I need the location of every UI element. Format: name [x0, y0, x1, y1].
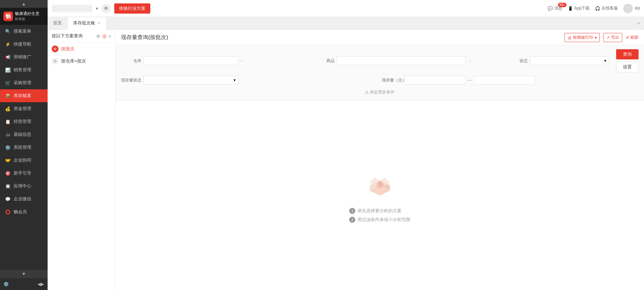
user-avatar — [623, 4, 633, 13]
settings-footer-icon[interactable]: ⚙️ — [3, 282, 9, 287]
collapse-panel-btn[interactable]: « — [108, 33, 111, 39]
printer-icon: 🖨 — [567, 35, 572, 40]
tabs-close-all[interactable]: × — [633, 21, 644, 26]
user-name: Rit — [635, 6, 640, 11]
topbar-right: 💬 消息 99+ 📱 App下载 🎧 在线客服 Rit — [548, 4, 640, 13]
tip-2-num: 2 — [349, 217, 355, 223]
sidebar-item-quick-nav-label: 快捷导航 — [14, 41, 31, 47]
tab-batch-close[interactable]: × — [97, 21, 101, 25]
stock-qty-label: 现存量（主） — [382, 77, 402, 83]
user-profile-btn[interactable]: Rit — [623, 4, 640, 13]
sidebar-item-quick-nav[interactable]: ⚡ 快捷导航 — [0, 38, 48, 51]
message-icon: 💬 — [548, 6, 553, 11]
refresh-btn[interactable]: ↺ 刷新 — [626, 35, 639, 40]
sidebar-item-search-label: 搜索菜单 — [14, 28, 31, 34]
sidebar-scroll-up[interactable]: ▲ — [0, 0, 48, 8]
sidebar-item-apps[interactable]: 🔲 应用中心 — [0, 180, 48, 193]
app-subtitle: 标准版 — [15, 17, 39, 21]
sidebar-item-guide[interactable]: 🎯 新手引导 — [0, 167, 48, 180]
sales-icon: 📊 — [5, 67, 11, 73]
scheme-item-by-warehouse-batch[interactable]: ⚙ 按仓库+批次 — [48, 55, 115, 67]
sidebar-item-apps-label: 应用中心 — [14, 183, 31, 189]
left-panel-actions: ⊕ ◎ « — [96, 33, 111, 39]
filter-group-stock-qty: 现存量（主） — — [382, 76, 639, 85]
sidebar-item-inventory[interactable]: 📦 库存核算 — [0, 89, 48, 102]
status-filter-select[interactable]: ▾ — [530, 56, 609, 65]
industry-solution-btn[interactable]: 体验行业方案 — [114, 3, 150, 14]
stock-qty-from-input[interactable] — [404, 76, 465, 85]
messages-badge: 99+ — [558, 3, 566, 7]
empty-state: ? 1 请先选择要分析的方案 2 用过滤条件来缩小分析范围 — [116, 101, 644, 290]
sidebar-item-wechat[interactable]: 💬 企业微信 — [0, 193, 48, 205]
print-btn[interactable]: 🖨 按模板打印 ▾ — [564, 33, 600, 42]
scheme-dot-active: ⚙ — [52, 46, 58, 52]
filter-area: 仓库 ··· 商品 ··· 状态 — [116, 45, 644, 101]
sidebar-item-sales[interactable]: 📊 销售管理 — [0, 64, 48, 76]
collapse-filter-btn[interactable]: ⋀ 收起更多条件 — [364, 88, 396, 96]
sidebar-item-member[interactable]: ⭕ 畅会员 — [0, 205, 48, 218]
goods-more-btn[interactable]: ··· — [468, 58, 471, 63]
page-header-actions: 🖨 按模板打印 ▾ ↗ 导出 ↺ 刷新 — [564, 33, 639, 42]
scheme-item-by-batch[interactable]: ⚙ 按批次 — [48, 43, 115, 55]
chevron-up-icon: ⋀ — [365, 90, 369, 95]
online-service-btn[interactable]: 🎧 在线客服 — [595, 5, 618, 11]
stock-status-select[interactable]: ▾ — [143, 76, 239, 85]
purchase-icon: 🛒 — [5, 80, 11, 86]
basics-icon: 🗂 — [5, 131, 11, 138]
tab-batch-label: 库存批次账 — [73, 20, 95, 26]
sidebar-scroll-down[interactable]: ▼ — [0, 270, 48, 278]
stock-qty-to-input[interactable] — [474, 76, 535, 85]
warehouse-filter-input[interactable] — [143, 56, 239, 65]
sidebar-item-system[interactable]: ⚙️ 系统管理 — [0, 141, 48, 154]
left-panel-title: 按以下方案查询 — [52, 33, 83, 39]
sidebar-item-basics[interactable]: 🗂 基础信息 — [0, 128, 48, 141]
settings-scheme-btn[interactable]: ◎ — [102, 33, 106, 39]
messages-btn[interactable]: 💬 消息 99+ — [548, 5, 562, 11]
export-btn[interactable]: ↗ 导出 — [603, 33, 622, 42]
sidebar-item-search[interactable]: 🔍 搜索菜单 — [0, 25, 48, 38]
sidebar-item-marketing[interactable]: 📢 营销推广 — [0, 51, 48, 64]
main-content: ▾ ⚙ 体验行业方案 💬 消息 99+ 📱 App下载 🎧 在线客服 Rit — [48, 0, 644, 290]
filter-wrapper: 仓库 ··· 商品 ··· 状态 — [116, 45, 644, 101]
sidebar-item-basics-label: 基础信息 — [14, 131, 31, 138]
sidebar-item-inventory-label: 库存核算 — [14, 93, 31, 99]
goods-filter-input[interactable] — [337, 56, 466, 65]
flash-icon: ⚡ — [5, 41, 11, 47]
collapse-row: ⋀ 收起更多条件 — [121, 88, 639, 96]
sidebar-item-collab[interactable]: 🤝 企业协同 — [0, 154, 48, 167]
status-filter-label: 状态 — [507, 58, 528, 64]
empty-tip-2: 2 用过滤条件来缩小分析范围 — [349, 217, 410, 223]
sidebar-item-guide-label: 新手引导 — [14, 170, 31, 176]
settings-btn[interactable]: 设置 — [616, 61, 639, 72]
topbar-dropdown-icon[interactable]: ▾ — [96, 6, 98, 11]
left-scheme-panel: 按以下方案查询 ⊕ ◎ « ⚙ 按批次 ⚙ 按仓库+批次 — [48, 30, 116, 290]
warehouse-more-btn[interactable]: ··· — [241, 58, 244, 63]
scheme-by-warehouse-batch-label: 按仓库+批次 — [61, 58, 86, 64]
sidebar-item-finance[interactable]: 💰 资金管理 — [0, 102, 48, 115]
tab-batch[interactable]: 库存批次账 × — [68, 17, 107, 30]
headset-icon: 🎧 — [595, 6, 600, 11]
app-title: 畅康通好生意 — [15, 11, 39, 17]
sidebar-item-finance-label: 资金管理 — [14, 106, 31, 112]
filter-action-buttons: 查询 设置 — [616, 49, 639, 72]
query-btn[interactable]: 查询 — [616, 49, 639, 59]
stock-status-label: 现存量状态 — [121, 77, 141, 83]
sidebar-item-purchase[interactable]: 🛒 采购管理 — [0, 76, 48, 89]
add-scheme-btn[interactable]: ⊕ — [96, 33, 100, 39]
topbar-search-input[interactable] — [52, 5, 92, 12]
topbar-settings-btn[interactable]: ⚙ — [101, 4, 111, 13]
sidebar-item-wechat-label: 企业微信 — [14, 196, 31, 202]
tab-home[interactable]: 首页 — [48, 17, 68, 29]
empty-illustration: ? — [363, 168, 397, 202]
sidebar-footer: ⚙️ ◀▶ — [0, 278, 48, 290]
sidebar-header: 畅 畅康通好生意 标准版 — [0, 8, 48, 25]
sidebar-item-operations[interactable]: 📋 经营管理 — [0, 115, 48, 128]
filter-row-2: 现存量状态 ▾ 现存量（主） — — [121, 76, 639, 85]
print-dropdown-icon[interactable]: ▾ — [595, 35, 597, 40]
app-download-btn[interactable]: 📱 App下载 — [568, 5, 590, 11]
empty-tips: 1 请先选择要分析的方案 2 用过滤条件来缩小分析范围 — [349, 208, 410, 223]
page-title: 现存量查询(按批次) — [121, 34, 168, 41]
topbar: ▾ ⚙ 体验行业方案 💬 消息 99+ 📱 App下载 🎧 在线客服 Rit — [48, 0, 644, 17]
collapse-sidebar-icon[interactable]: ◀▶ — [37, 282, 44, 287]
filter-group-warehouse: 仓库 ··· — [121, 56, 310, 65]
